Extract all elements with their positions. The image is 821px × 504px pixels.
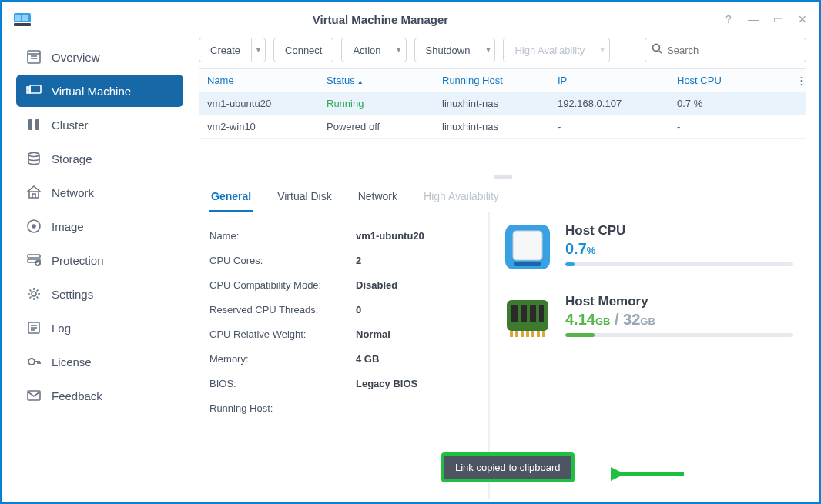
search-icon — [652, 43, 662, 57]
chevron-down-icon[interactable]: ▼ — [481, 38, 494, 62]
svg-rect-1 — [15, 15, 21, 21]
log-icon — [25, 321, 42, 335]
svg-rect-35 — [539, 305, 544, 322]
sidebar-item-label: Storage — [52, 152, 92, 165]
sidebar-item-label: Protection — [52, 254, 104, 267]
sidebar-item-protection[interactable]: Protection — [16, 244, 183, 276]
general-properties: Name:vm1-ubuntu20 CPU Cores:2 CPU Compat… — [199, 212, 490, 499]
sidebar-item-label: Feedback — [52, 389, 102, 402]
action-button[interactable]: Action▼ — [341, 38, 406, 62]
svg-line-27 — [659, 51, 662, 53]
resize-grip-icon[interactable] — [494, 175, 512, 179]
create-button[interactable]: Create▼ — [199, 38, 266, 62]
sidebar-item-label: Cluster — [52, 118, 89, 132]
memory-icon — [504, 294, 551, 342]
feedback-icon — [25, 390, 42, 401]
sidebar-item-label: Virtual Machine — [52, 85, 131, 98]
sidebar-item-virtual-machine[interactable]: Virtual Machine — [16, 75, 183, 107]
col-ip[interactable]: IP — [550, 75, 669, 86]
svg-rect-36 — [510, 331, 513, 337]
svg-rect-38 — [521, 331, 524, 337]
svg-rect-29 — [513, 231, 542, 260]
sidebar: Overview Virtual Machine Cluster Storage… — [5, 33, 194, 499]
storage-icon — [25, 152, 42, 165]
svg-rect-32 — [511, 305, 518, 322]
cluster-icon — [25, 118, 42, 132]
svg-rect-16 — [28, 255, 40, 258]
svg-rect-8 — [30, 85, 41, 93]
overview-icon — [25, 50, 42, 64]
svg-point-24 — [28, 359, 35, 365]
svg-rect-11 — [28, 119, 32, 130]
license-icon — [25, 355, 42, 369]
close-icon[interactable]: ✕ — [797, 13, 808, 25]
svg-rect-9 — [27, 87, 30, 89]
annotation-arrow-icon — [611, 462, 688, 489]
chevron-down-icon[interactable]: ▼ — [251, 38, 265, 62]
svg-rect-34 — [530, 305, 536, 322]
image-icon — [25, 219, 42, 233]
maximize-icon[interactable]: ▭ — [772, 13, 783, 25]
sidebar-item-overview[interactable]: Overview — [16, 41, 183, 73]
sidebar-item-label: Settings — [52, 288, 93, 301]
help-icon[interactable]: ? — [723, 13, 734, 25]
sidebar-item-image[interactable]: Image — [16, 210, 183, 242]
sort-asc-icon: ▲ — [357, 78, 364, 85]
host-cpu-stat: Host CPU 0.7% — [504, 223, 793, 271]
svg-rect-2 — [22, 15, 28, 21]
svg-rect-41 — [537, 331, 540, 337]
svg-rect-33 — [521, 305, 527, 322]
sidebar-item-license[interactable]: License — [16, 345, 183, 378]
detail-tabs: General Virtual Disk Network High Availa… — [199, 182, 806, 212]
minimize-icon[interactable]: — — [748, 13, 759, 25]
col-name[interactable]: Name — [199, 75, 319, 86]
vm-table: Name Status▲ Running Host IP Host CPU ⋮ … — [199, 68, 806, 139]
sidebar-item-label: License — [52, 355, 92, 369]
connect-button[interactable]: Connect — [273, 38, 333, 62]
window-title: Virtual Machine Manager — [38, 13, 723, 26]
svg-point-19 — [32, 292, 36, 296]
sidebar-item-log[interactable]: Log — [16, 312, 183, 344]
search-input[interactable] — [645, 38, 806, 62]
col-running-host[interactable]: Running Host — [434, 75, 550, 86]
svg-point-26 — [653, 45, 660, 52]
tab-virtual-disk[interactable]: Virtual Disk — [276, 182, 333, 212]
vm-icon — [25, 85, 42, 97]
more-columns-icon[interactable]: ⋮ — [789, 75, 806, 86]
sidebar-item-label: Overview — [52, 51, 100, 64]
table-row[interactable]: vm2-win10 Powered off linuxhint-nas - - — [199, 115, 806, 139]
tab-general[interactable]: General — [209, 182, 253, 212]
sidebar-item-label: Image — [52, 220, 84, 233]
svg-rect-39 — [526, 331, 529, 337]
shutdown-button[interactable]: Shutdown▼ — [414, 38, 496, 62]
svg-point-15 — [32, 225, 35, 228]
protection-icon — [25, 253, 42, 267]
settings-icon — [25, 287, 42, 301]
svg-rect-4 — [28, 51, 40, 63]
host-memory-stat: Host Memory 4.14GB / 32GB — [504, 294, 793, 342]
network-icon — [25, 185, 42, 199]
sidebar-item-settings[interactable]: Settings — [16, 278, 183, 310]
tab-network[interactable]: Network — [357, 182, 399, 212]
col-status[interactable]: Status▲ — [319, 75, 434, 86]
sidebar-item-cluster[interactable]: Cluster — [16, 108, 183, 141]
cpu-icon — [504, 223, 551, 271]
svg-rect-42 — [542, 331, 545, 337]
sidebar-item-network[interactable]: Network — [16, 176, 183, 209]
chevron-down-icon: ▼ — [595, 38, 609, 62]
sidebar-item-label: Network — [52, 186, 94, 199]
svg-rect-30 — [514, 262, 541, 266]
sidebar-item-label: Log — [52, 322, 71, 335]
col-host-cpu[interactable]: Host CPU — [669, 75, 789, 86]
high-availability-button: High Availability▼ — [503, 38, 610, 62]
table-row[interactable]: vm1-ubuntu20 Running linuxhint-nas 192.1… — [199, 92, 806, 115]
app-icon — [13, 12, 32, 27]
tab-high-availability: High Availability — [422, 182, 501, 212]
sidebar-item-feedback[interactable]: Feedback — [16, 379, 183, 412]
svg-rect-12 — [35, 119, 39, 130]
toolbar: Create▼ Connect Action▼ Shutdown▼ High A… — [199, 38, 806, 62]
sidebar-item-storage[interactable]: Storage — [16, 142, 183, 175]
svg-rect-37 — [515, 331, 518, 337]
chevron-down-icon: ▼ — [392, 38, 406, 62]
svg-rect-10 — [27, 91, 30, 93]
